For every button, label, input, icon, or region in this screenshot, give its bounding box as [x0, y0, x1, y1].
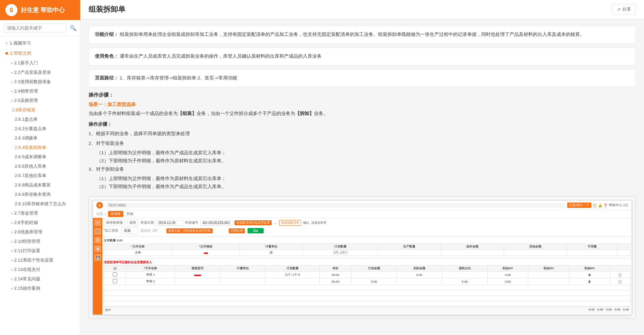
sidebar-item-s261[interactable]: 2.6.1盘点单: [0, 115, 80, 124]
step3: 3、对于拆卸业务: [89, 165, 636, 173]
num-label: 单据编号: [185, 220, 198, 225]
step2: 2、对于组装业务: [89, 139, 636, 148]
sidebar-item-s213[interactable]: +2.13在线支付: [0, 265, 80, 274]
app-topbar: 6 TEST-H002 阿新增加一下 📋 🔔 ❓ 帮助中心 CC: [93, 201, 632, 210]
sidebar-item-s215[interactable]: +2.15操作案例: [0, 284, 80, 293]
footer-val1: 8.00: [589, 308, 595, 312]
bth-mv2: 初始MV: [528, 266, 569, 272]
left-icon-4[interactable]: 📋: [94, 245, 101, 252]
bc-op1[interactable]: 🗑: [569, 272, 610, 278]
sidebar-item-s22[interactable]: +2.2产品安装及登录: [0, 68, 80, 77]
top-icon-4[interactable]: 帮助中心: [609, 203, 622, 208]
left-icon-1[interactable]: ≡: [94, 219, 101, 226]
sidebar-item-s26[interactable]: 2.6库存核算: [0, 105, 80, 115]
sidebar-item-label: 1.视频学习: [10, 40, 31, 46]
search-input[interactable]: [4, 23, 66, 33]
app-left-icons: ≡ 📎 ⚙ 📋 💾: [93, 218, 102, 315]
sidebar-item-s267[interactable]: 2.6.7其他出库单: [0, 171, 80, 180]
row-checkbox[interactable]: [113, 272, 117, 277]
bc-op12[interactable]: 🗑: [569, 278, 610, 285]
sidebar-item-s27[interactable]: +2.7资金管理: [0, 209, 80, 218]
content-area: 功能介绍： 组装拆卸单用来处理企业组装或拆卸等加工业务，支持有固定装配清单的产品…: [80, 19, 644, 335]
btn-assembly-list[interactable]: 选择装配清单: [279, 220, 301, 226]
sidebar-item-s29[interactable]: +2.9优惠券管理: [0, 227, 80, 237]
sidebar-item-s210[interactable]: +2.10经营管理: [0, 237, 80, 246]
tab-new-order[interactable]: 新增单: [108, 211, 123, 217]
tab-home[interactable]: 自页: [96, 212, 103, 216]
footer-totals: 合计 8.00 0.00 0.00 0.00 0.00: [104, 306, 630, 313]
bth-plan-amt: 计划金额: [352, 266, 397, 272]
highlighted-spec2[interactable]: [194, 275, 201, 276]
left-icon-2[interactable]: 📎: [94, 228, 101, 235]
sidebar-item-s28[interactable]: +2.8手机旺铺: [0, 218, 80, 227]
sidebar-item-s211[interactable]: +2.11打印设置: [0, 246, 80, 256]
sidebar-item-s262[interactable]: 2.6.2分量盘点单: [0, 124, 80, 133]
sidebar-item-s265[interactable]: 2.6.5成本调整单: [0, 152, 80, 162]
btn-save[interactable]: 保存组单据: [104, 219, 125, 226]
plus-icon: +: [11, 80, 13, 84]
sidebar-item-s25[interactable]: +2.5采购管理: [0, 96, 80, 105]
plus-icon: +: [11, 268, 13, 272]
btn-confirm[interactable]: 确认: [303, 221, 309, 225]
cell-other: [504, 250, 567, 256]
sidebar-item-s269[interactable]: 2.6.9库存账本查询: [0, 190, 80, 199]
sidebar-item-s264[interactable]: 2.6.4组装拆卸单: [0, 143, 80, 152]
sidebar-item-s212[interactable]: +2.12系统个性化设置: [0, 256, 80, 265]
func-intro-block: 功能介绍： 组装拆卸单用来处理企业组装或拆卸等加工业务，支持有固定装配清单的产品…: [89, 26, 636, 44]
app-logo: 6: [5, 4, 17, 16]
cell-spec: [172, 250, 240, 256]
sidebar-item-s268[interactable]: 2.6.8商品成本重算: [0, 180, 80, 190]
left-icon-5[interactable]: 💾: [94, 254, 101, 261]
top-icon-2[interactable]: 🔔: [598, 204, 602, 207]
ops-steps-label: 操作步骤：: [89, 120, 636, 128]
ops-heading: 操作步骤：: [89, 92, 636, 98]
sidebar-item-s23[interactable]: +2.3使用前数据准备: [0, 77, 80, 87]
tab-list[interactable]: 列表: [125, 211, 136, 217]
date-field[interactable]: 2019-12-26: [156, 220, 183, 226]
type-field[interactable]: 组装: [121, 227, 138, 234]
footer-label: 合计: [105, 308, 111, 312]
sidebar-item-s2[interactable]: 2.帮助文档: [0, 48, 80, 58]
top-table-row: 水果 箱 1个−1个+: [104, 250, 630, 256]
bc-plan-amt2: 0.00: [352, 278, 397, 285]
sidebar-item-s266[interactable]: 2.6.6其他入库单: [0, 162, 80, 171]
plus-icon: +: [11, 277, 13, 281]
sidebar-item-s21[interactable]: +2.1新手入门: [0, 58, 80, 68]
top-icon-3[interactable]: ❓: [603, 204, 607, 207]
on-badge[interactable]: On: [248, 228, 263, 233]
sidebar-item-s2610[interactable]: 2.6.10库存账本错了怎么办: [0, 199, 80, 209]
bc-mv2: [528, 272, 569, 278]
bc-op2[interactable]: 📋: [610, 272, 630, 278]
footer-val2: 0.00: [597, 308, 603, 312]
sep1: [104, 236, 630, 236]
top-icon-5[interactable]: CC: [624, 204, 628, 207]
bc-op22[interactable]: 📋: [610, 278, 630, 285]
search-button[interactable]: 🔍: [68, 24, 78, 32]
bc-plan-amt: [352, 272, 397, 278]
share-button[interactable]: ↗ 分享: [612, 4, 636, 15]
sidebar-item-s1[interactable]: + 1.视频学习: [0, 38, 80, 48]
sidebar-item-s263[interactable]: 2.6.3调拨单: [0, 133, 80, 143]
qty-stepper[interactable]: 1个−1个+: [333, 250, 348, 255]
path-block: 页面路径： 1、库存核算->库存管理->组装拆卸单 2、首页->常用功能: [89, 69, 636, 87]
plus-icon: +: [11, 239, 13, 243]
footer-space: [114, 308, 586, 312]
top-icon-1[interactable]: 📋: [593, 204, 597, 207]
btn-save2[interactable]: 保存: [127, 219, 139, 226]
num-field[interactable]: AD-20191226-001: [200, 220, 232, 226]
bc-mv22: [528, 278, 569, 285]
role-text: 通常由生产人员或库管人员完成拆装业务的操作，库管人员确认原材料的出库和产成品的入…: [120, 54, 322, 59]
qty-label: 批次次 1/6: [141, 228, 157, 233]
highlighted-spec[interactable]: [204, 253, 208, 254]
app-logo-small: 6: [96, 202, 103, 209]
left-icon-3[interactable]: ⚙: [94, 237, 101, 243]
bottom-row-6: [104, 301, 630, 306]
sidebar-item-s24[interactable]: +2.4销售管理: [0, 87, 80, 96]
top-new-btn[interactable]: 阿新增加一下: [567, 203, 591, 208]
sidebar-item-s214[interactable]: +2.14常见问题: [0, 274, 80, 284]
row-checkbox2[interactable]: [113, 279, 117, 283]
bottom-row-4: [104, 290, 630, 296]
app-form: 保存组单据 保存 单据日期 2019-12-26 单据编号 AD-2019122…: [102, 218, 632, 315]
plus-icon: +: [11, 211, 13, 215]
btn-other[interactable]: 其他业务单: [311, 221, 326, 225]
